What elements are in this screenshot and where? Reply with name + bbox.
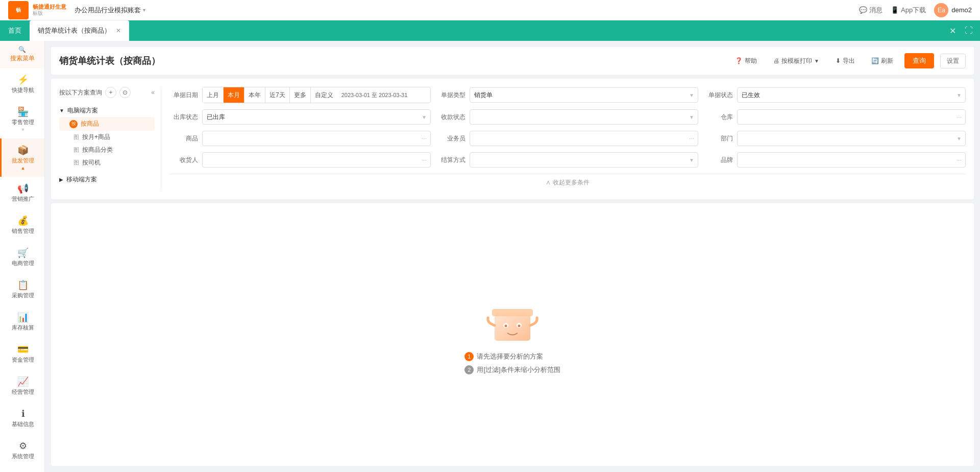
date-btn-this-month[interactable]: 本月: [224, 87, 244, 103]
scheme-sub-month-icon: 图: [74, 133, 79, 141]
salesperson-input[interactable]: [470, 131, 698, 146]
brand-more-icon[interactable]: ···: [957, 156, 962, 163]
workspace-selector[interactable]: 办公用品行业模拟账套 ▾: [70, 4, 150, 17]
doc-status-select[interactable]: 已生效: [737, 87, 966, 103]
date-btn-last-month[interactable]: 上月: [203, 87, 224, 103]
doc-type-select[interactable]: 销货单: [470, 87, 698, 103]
export-btn[interactable]: ⬇ 导出: [830, 54, 860, 68]
sidebar-item-operation[interactable]: 📈 经营管理: [0, 370, 44, 402]
recipient-wrap: ···: [202, 152, 431, 168]
message-label: 消息: [869, 6, 883, 15]
goods-input[interactable]: [202, 131, 431, 146]
sidebar-item-enterprise[interactable]: 🤝 企业协同: [0, 466, 44, 472]
scheme-group-pc-title[interactable]: ▼ 电脑端方案: [59, 104, 155, 117]
brand-info: 畅捷通好生意 标版: [33, 4, 66, 16]
template-print-btn[interactable]: 🖨 按模板打印 ▼: [768, 54, 824, 68]
scheme-group-mobile-title[interactable]: ▶ 移动端方案: [59, 173, 155, 186]
date-btn-this-year[interactable]: 本年: [244, 87, 265, 103]
scheme-add-btn[interactable]: +: [105, 87, 116, 98]
payment-status-label: 收款状态: [437, 113, 465, 122]
sidebar-item-finance[interactable]: 💳 资金管理: [0, 338, 44, 370]
date-btn-7days[interactable]: 近7天: [265, 87, 290, 103]
recipient-more-icon[interactable]: ···: [422, 156, 427, 163]
scheme-item-by-goods-category[interactable]: 图 按商品分类: [59, 144, 155, 156]
scheme-settings-btn[interactable]: ⊙: [119, 87, 131, 98]
goods-more-icon[interactable]: ···: [422, 135, 427, 142]
system-label: 系统管理: [12, 453, 34, 460]
out-status-select[interactable]: 已出库: [202, 109, 431, 125]
scheme-item-by-cashier-label: 按司机: [82, 158, 101, 167]
quick-nav-label: 快捷导航: [12, 86, 34, 94]
brand-input[interactable]: [737, 152, 966, 168]
filter-row-4: 收货人 ··· 结算方式: [169, 152, 966, 168]
sidebar-search[interactable]: 🔍 搜索菜单: [0, 41, 44, 68]
sidebar-item-system[interactable]: ⚙ 系统管理: [0, 434, 44, 466]
sidebar-item-basic[interactable]: ℹ 基础信息: [0, 402, 44, 434]
date-btn-more[interactable]: 更多: [290, 87, 311, 103]
sidebar-item-purchase[interactable]: 📋 采购管理: [0, 273, 44, 305]
sidebar-item-ecommerce[interactable]: 🛒 电商管理: [0, 241, 44, 273]
out-status-label: 出库状态: [169, 113, 198, 122]
department-select[interactable]: [737, 131, 966, 146]
scheme-collapse-btn[interactable]: «: [151, 89, 155, 96]
header-left: 畅 畅捷通好生意 标版 办公用品行业模拟账套 ▾: [8, 1, 150, 19]
brand-subtitle: 标版: [33, 10, 66, 16]
empty-step-1: 1 请先选择要分析的方案: [464, 352, 543, 361]
doc-type-label: 单据类型: [437, 91, 465, 100]
brand-wrap: ···: [737, 152, 966, 168]
date-btn-custom[interactable]: 自定义: [311, 87, 337, 103]
scheme-sub-cashier-icon: 图: [74, 159, 79, 167]
sidebar-item-quick-nav[interactable]: ⚡ 快捷导航: [0, 68, 44, 100]
tab-close-btn[interactable]: ✕: [116, 27, 121, 34]
tab-bar: 首页 销货单统计表（按商品） ✕ ✕ ⛶: [0, 20, 980, 41]
recipient-input[interactable]: [202, 152, 431, 168]
sidebar-item-marketing[interactable]: 📢 营销推广: [0, 177, 44, 209]
tab-maximize-btn[interactable]: ⛶: [962, 23, 976, 38]
filter-layout: 按以下方案查询 + ⊙ «: [59, 87, 966, 191]
warehouse-wrap: ···: [737, 109, 966, 125]
scheme-item-by-month-goods-label: 按月+商品: [82, 133, 110, 141]
sidebar-item-wholesale[interactable]: 📦 批发管理 ▲: [0, 138, 44, 177]
scheme-item-by-month-goods[interactable]: 图 按月+商品: [59, 131, 155, 144]
settings-btn[interactable]: 设置: [940, 54, 966, 68]
step-1-num: 1: [464, 352, 474, 361]
print-chevron-icon: ▼: [814, 58, 819, 64]
help-btn[interactable]: ❓ 帮助: [730, 54, 762, 68]
search-label: 搜索菜单: [10, 54, 35, 63]
payment-status-select[interactable]: [470, 109, 698, 125]
filter-field-settlement: 结算方式 ▼: [437, 152, 698, 168]
settlement-select[interactable]: [470, 152, 698, 168]
tab-sales-stats[interactable]: 销货单统计表（按商品） ✕: [30, 20, 129, 41]
wholesale-label: 批发管理: [12, 157, 34, 164]
collapse-bar[interactable]: ∧ 收起更多条件: [169, 174, 966, 191]
refresh-btn[interactable]: 🔄 刷新: [866, 54, 898, 68]
refresh-icon: 🔄: [871, 57, 879, 64]
scheme-sub-category-icon: 图: [74, 146, 79, 154]
scheme-item-by-goods[interactable]: 按 按商品: [59, 117, 155, 131]
brand-label: 品牌: [704, 156, 733, 164]
operation-label: 经营管理: [12, 388, 34, 396]
warehouse-more-icon[interactable]: ···: [957, 113, 962, 121]
avatar[interactable]: Ea: [934, 3, 948, 17]
tab-home[interactable]: 首页: [0, 20, 30, 41]
settlement-label: 结算方式: [437, 156, 465, 164]
workspace-name: 办公用品行业模拟账套: [75, 6, 141, 15]
search-icon: 🔍: [18, 46, 26, 53]
doc-type-wrap: 销货单 ▼: [470, 87, 698, 103]
doc-status-label: 单据状态: [704, 91, 733, 100]
sidebar-item-inventory[interactable]: 📊 库存核算: [0, 305, 44, 338]
scheme-header-label: 按以下方案查询: [59, 88, 102, 97]
sidebar-item-sales[interactable]: 💰 销售管理: [0, 209, 44, 241]
retail-icon: 🏪: [17, 106, 29, 117]
message-action[interactable]: 💬 消息: [859, 6, 883, 15]
export-label: 导出: [843, 57, 855, 65]
doc-status-wrap: 已生效 ▼: [737, 87, 966, 103]
app-download-action[interactable]: 📱 App下载: [891, 6, 926, 15]
tab-close-all-btn[interactable]: ✕: [945, 23, 960, 38]
salesperson-more-icon[interactable]: ···: [689, 135, 694, 142]
scheme-item-by-cashier[interactable]: 图 按司机: [59, 156, 155, 169]
warehouse-input[interactable]: [737, 109, 966, 125]
sidebar-item-retail[interactable]: 🏪 零售管理 ▼: [0, 100, 44, 138]
query-btn[interactable]: 查询: [904, 53, 934, 68]
user-info[interactable]: Ea demo2: [934, 3, 972, 17]
